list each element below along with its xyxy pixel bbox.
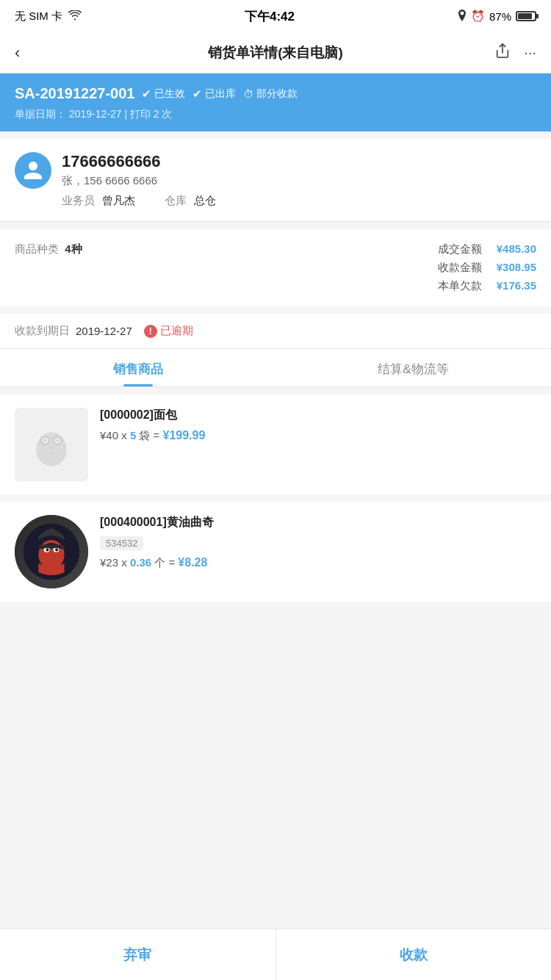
- tab-products[interactable]: 销售商品: [0, 349, 276, 386]
- product-name-2: [000400001]黄油曲奇: [100, 515, 536, 530]
- bottom-bar: 弃审 收款: [0, 929, 551, 980]
- svg-rect-15: [38, 544, 64, 548]
- product-price-1: ¥40 x 5 袋 = ¥199.99: [100, 429, 536, 443]
- product-sku-2: 534532: [100, 536, 143, 550]
- product-name-1: [0000002]面包: [100, 408, 536, 423]
- unit-2: 个: [154, 556, 165, 569]
- product-image-2: ninja: [15, 515, 88, 588]
- battery-text: 87%: [489, 10, 511, 23]
- divider-1: [0, 221, 551, 222]
- debt-value: ¥176.35: [497, 279, 536, 293]
- svg-point-14: [55, 549, 58, 552]
- badge-shipped: ✔ 已出库: [192, 87, 236, 101]
- salesperson-label: 业务员: [62, 194, 95, 206]
- total-2: ¥8.28: [178, 556, 207, 569]
- product-thumbnail-1: 鑫+: [15, 408, 88, 481]
- customer-section: 17666666666 张，156 6666 6666 业务员 曾凡杰 仓库 总…: [0, 139, 551, 221]
- due-date-section: 收款到期日 2019-12-27 ! 已逾期: [0, 314, 551, 349]
- svg-point-13: [46, 549, 48, 552]
- battery-icon: [516, 11, 536, 21]
- overdue-text: 已逾期: [160, 324, 193, 338]
- cancel-review-button[interactable]: 弃审: [0, 929, 276, 980]
- location-icon: [458, 10, 467, 24]
- status-time: 下午4:42: [245, 8, 295, 25]
- price-base-2: ¥23: [100, 556, 118, 569]
- due-date-value: 2019-12-27: [76, 325, 132, 337]
- svg-text:鑫+: 鑫+: [43, 457, 53, 464]
- tabs-bar: 销售商品 结算&物流等: [0, 349, 551, 387]
- alarm-icon: ⏰: [471, 10, 485, 23]
- order-date: 2019-12-27: [69, 108, 122, 120]
- print-info: | 打印 2 次: [124, 108, 172, 120]
- customer-phone: 17666666666: [62, 152, 536, 171]
- status-right: ⏰ 87%: [458, 10, 536, 24]
- qty-2: 0.36: [130, 556, 151, 569]
- products-list: 鑫+ [0000002]面包 ¥40 x 5 袋 = ¥199.99: [0, 394, 551, 668]
- kind-label: 商品种类: [15, 242, 59, 255]
- carrier-text: 无 SIM 卡: [15, 10, 62, 24]
- equals-1: =: [154, 429, 163, 442]
- kind-value: 4种: [65, 242, 82, 255]
- unit-1: 袋: [139, 429, 150, 442]
- status-badges: ✔ 已生效 ✔ 已出库 ⏱ 部分收款: [142, 87, 298, 101]
- check-icon-2: ✔: [192, 87, 202, 101]
- received-row: 收款金额 ¥308.95: [438, 261, 536, 275]
- tab-settlement[interactable]: 结算&物流等: [276, 349, 551, 386]
- debt-row: 本单欠款 ¥176.35: [438, 279, 536, 293]
- warehouse-value: 总仓: [194, 194, 216, 206]
- transaction-row: 成交金额 ¥485.30: [438, 242, 536, 256]
- due-label: 收款到期日: [15, 324, 70, 338]
- overdue-dot-icon: !: [144, 325, 157, 338]
- debt-label: 本单欠款: [438, 279, 482, 293]
- salesperson-value: 曾凡杰: [102, 194, 135, 206]
- nav-bar: ‹ 销货单详情(来自电脑) ···: [0, 32, 551, 73]
- product-info-2: [000400001]黄油曲奇 534532 ¥23 x 0.36 个 = ¥8…: [100, 515, 536, 570]
- summary-section: 商品种类 4种 成交金额 ¥485.30 收款金额 ¥308.95 本单欠款 ¥…: [0, 229, 551, 306]
- received-value: ¥308.95: [497, 261, 536, 275]
- customer-meta: 业务员 曾凡杰 仓库 总仓: [62, 194, 536, 208]
- product-info-1: [0000002]面包 ¥40 x 5 袋 = ¥199.99: [100, 408, 536, 443]
- badge-effective: ✔ 已生效: [142, 87, 185, 101]
- avatar: [15, 152, 51, 189]
- status-bar: 无 SIM 卡 下午4:42 ⏰ 87%: [0, 0, 551, 32]
- product-image-placeholder-1: 鑫+: [15, 408, 88, 481]
- price-x-2: x: [121, 556, 130, 569]
- share-icon[interactable]: [494, 43, 511, 62]
- received-label: 收款金额: [438, 261, 482, 275]
- customer-name: 张，156 6666 6666: [62, 174, 536, 188]
- svg-point-6: [44, 439, 46, 442]
- summary-right: 成交金额 ¥485.30 收款金额 ¥308.95 本单欠款 ¥176.35: [438, 242, 536, 293]
- product-item-2: ninja [000400001]黄油曲奇 534532 ¥23 x 0.36 …: [0, 502, 551, 602]
- transaction-value: ¥485.30: [497, 242, 536, 256]
- clock-icon: ⏱: [243, 88, 253, 100]
- nav-actions: ···: [494, 43, 536, 62]
- order-id: SA-20191227-001: [15, 85, 134, 102]
- status-left: 无 SIM 卡: [15, 10, 82, 24]
- wifi-icon: [68, 10, 82, 23]
- price-base-1: ¥40: [100, 429, 118, 442]
- product-price-2: ¥23 x 0.36 个 = ¥8.28: [100, 556, 536, 570]
- payment-button[interactable]: 收款: [276, 929, 552, 980]
- equals-2: =: [168, 556, 178, 569]
- qty-1: 5: [130, 429, 136, 442]
- price-x-1: x: [121, 429, 130, 442]
- page-title: 销货单详情(来自电脑): [208, 43, 343, 62]
- badge-partial-payment: ⏱ 部分收款: [243, 87, 298, 101]
- customer-info: 17666666666 张，156 6666 6666 业务员 曾凡杰 仓库 总…: [62, 152, 536, 208]
- overdue-badge: ! 已逾期: [144, 324, 193, 338]
- warehouse-field: 仓库 总仓: [165, 194, 216, 208]
- product-item: 鑫+ [0000002]面包 ¥40 x 5 袋 = ¥199.99: [0, 394, 551, 494]
- check-icon-1: ✔: [142, 87, 151, 101]
- back-button[interactable]: ‹: [15, 43, 27, 62]
- warehouse-label: 仓库: [165, 194, 187, 206]
- summary-left: 商品种类 4种: [15, 242, 82, 256]
- more-icon[interactable]: ···: [524, 44, 536, 61]
- svg-point-7: [57, 439, 59, 442]
- order-header: SA-20191227-001 ✔ 已生效 ✔ 已出库 ⏱ 部分收款 单据日期：…: [0, 73, 551, 131]
- total-1: ¥199.99: [163, 429, 206, 442]
- salesperson-field: 业务员 曾凡杰: [62, 194, 135, 208]
- transaction-label: 成交金额: [438, 242, 482, 256]
- order-date-info: 单据日期： 2019-12-27 | 打印 2 次: [15, 108, 536, 121]
- date-label: 单据日期：: [15, 108, 66, 120]
- product-thumbnail-2: ninja: [15, 515, 88, 588]
